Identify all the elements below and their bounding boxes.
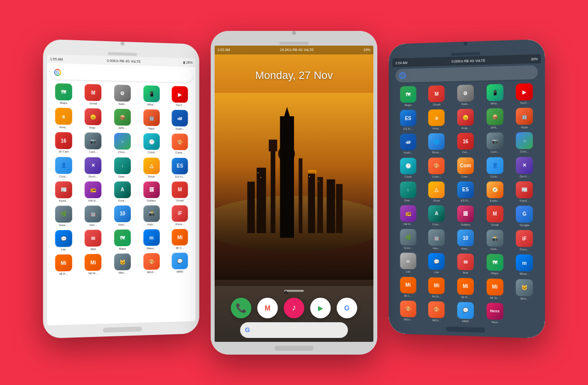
list-item[interactable]: 🕐 Clock — [394, 156, 422, 180]
list-item[interactable]: 💬 MMS — [166, 252, 194, 275]
list-item[interactable]: 😠 Angr... — [79, 107, 107, 131]
list-item[interactable]: ⚙ Setti... — [451, 83, 479, 107]
list-item[interactable]: 🖼 Gallery — [138, 180, 166, 204]
list-item[interactable]: 💬 Lite — [423, 252, 451, 276]
list-item[interactable]: ○ Chro... — [510, 131, 539, 154]
list-item[interactable]: 😠 Angr... — [451, 108, 479, 131]
list-item[interactable]: 🤖 Hex... — [79, 205, 107, 228]
list-item[interactable]: 📦 APK... — [481, 107, 509, 131]
list-item[interactable]: 🗺 Maps — [394, 85, 422, 108]
dock-google[interactable]: G — [337, 298, 357, 318]
list-item[interactable]: A Font... — [108, 180, 136, 204]
list-item[interactable]: Com Com... — [451, 156, 479, 179]
list-item[interactable]: 📻 FM R... — [79, 180, 107, 204]
list-item[interactable]: 📷 Cam... — [481, 131, 509, 155]
list-item[interactable]: Mi Mi R... — [451, 277, 479, 300]
list-item[interactable]: 📸 Hish... — [481, 229, 509, 252]
list-item[interactable]: 🧭 Explo... — [481, 180, 509, 204]
list-item[interactable]: 📰 Feed... — [510, 180, 539, 204]
dock-search-bar[interactable]: G — [240, 322, 348, 338]
list-item[interactable]: m Mess... — [510, 254, 539, 278]
list-item[interactable]: 📷 Cam... — [79, 131, 107, 155]
list-item[interactable]: 👤 Cont... — [49, 155, 78, 179]
list-item[interactable]: 🏎 Asph... — [166, 109, 194, 132]
list-item[interactable]: 🐱 Mini... — [510, 278, 539, 302]
list-item[interactable]: △ Drive — [423, 180, 451, 204]
list-item[interactable]: Mi Mi Dr... — [423, 276, 451, 300]
list-item[interactable]: 🖼 Gallery — [451, 205, 479, 228]
list-item[interactable]: 📻 FM R... — [394, 204, 422, 227]
home-button-right[interactable] — [446, 327, 485, 333]
list-item[interactable]: 📦 APK... — [108, 108, 136, 131]
list-item[interactable]: 🎨 MIUI... — [138, 252, 166, 276]
list-item[interactable]: G Google — [510, 205, 539, 228]
list-item[interactable]: 🎨 MIUI... — [423, 300, 451, 324]
list-item[interactable]: 10 Hex/... — [108, 205, 136, 228]
list-item[interactable]: ▶ YouT... — [510, 82, 539, 106]
search-bar-right[interactable]: G — [395, 65, 538, 82]
list-item[interactable]: m Mess... — [138, 228, 166, 252]
list-item[interactable]: 📰 Feed... — [49, 180, 78, 204]
list-item[interactable]: M Gmail — [423, 84, 451, 108]
list-item[interactable]: A Font... — [423, 205, 451, 228]
list-item[interactable]: 🤖 Apps — [138, 108, 166, 132]
list-item[interactable]: ⚙ Setti... — [108, 83, 136, 107]
search-bar-left[interactable]: G — [50, 65, 193, 82]
list-item[interactable]: 🗺 Maps — [49, 82, 78, 106]
list-item[interactable]: Mi Mi St... — [481, 277, 509, 301]
list-item[interactable]: a Ama... — [49, 106, 78, 130]
list-item[interactable]: ✉ Mail — [451, 253, 479, 276]
list-item[interactable]: 🐱 Mini... — [108, 253, 136, 276]
list-item[interactable]: Mi Mi St... — [79, 253, 107, 277]
list-item[interactable]: 16 16 Cain — [49, 131, 78, 154]
list-item[interactable]: 💬 Lite — [49, 229, 78, 253]
list-item[interactable]: iF iFont... — [166, 204, 194, 227]
dock-music[interactable]: ♪ — [284, 298, 304, 318]
list-item[interactable]: 🤖 Hex... — [423, 228, 451, 252]
list-item[interactable]: 🌐 Brow... — [423, 132, 451, 155]
list-item[interactable]: M Gmail — [481, 205, 509, 228]
dock-gmail[interactable]: M — [257, 298, 278, 318]
list-item[interactable]: Mi Mi C... — [394, 276, 422, 299]
list-item[interactable]: 💬 MMS — [451, 301, 479, 325]
list-item[interactable]: 📸 Hish... — [138, 205, 166, 228]
list-item[interactable]: 🗺 Maps — [481, 253, 509, 277]
list-item[interactable]: 🏎 Asph... — [394, 133, 422, 156]
list-item[interactable]: Mi Mi R... — [49, 254, 78, 278]
list-item[interactable]: 🌿 Gree... — [49, 205, 78, 228]
list-item[interactable]: ✉ Mail — [79, 229, 107, 252]
list-item[interactable]: ↓ Dow... — [108, 156, 136, 179]
list-item[interactable]: 🕐 Clock — [138, 132, 166, 155]
list-item[interactable]: Mi Mi C... — [166, 228, 194, 251]
list-item[interactable]: iF iFont... — [510, 229, 539, 253]
list-item[interactable]: M Gmail — [166, 180, 194, 204]
list-item[interactable]: 📱 Wha... — [481, 83, 509, 107]
list-item[interactable]: 16 Cal... — [451, 132, 479, 155]
list-item[interactable]: ↓ Dow... — [394, 180, 422, 204]
list-item[interactable]: 🎨 Color... — [166, 133, 194, 156]
list-item[interactable]: ✕ Don't... — [79, 156, 107, 180]
list-item[interactable]: 🎨 MIUI... — [394, 299, 422, 323]
list-item[interactable]: Ness Ness — [481, 301, 509, 325]
list-item[interactable]: ∞ Lite — [394, 252, 422, 275]
list-item[interactable]: M Gmail — [79, 83, 107, 107]
list-item[interactable]: 👤 Cont... — [481, 156, 509, 180]
dock-play[interactable]: ▶ — [310, 298, 331, 318]
home-button-center[interactable] — [274, 346, 314, 351]
list-item[interactable]: a Ama... — [423, 108, 451, 132]
list-item[interactable]: 🤖 Apps — [510, 106, 539, 130]
list-item[interactable]: ✕ Don't... — [510, 155, 539, 179]
list-item[interactable]: 🗺 Maps — [108, 229, 136, 252]
list-item[interactable]: 10 Hex/... — [451, 229, 479, 252]
list-item[interactable]: ES ES Fi... — [451, 180, 479, 204]
swipe-handle[interactable]: ^ — [284, 290, 304, 292]
dock-phone[interactable]: 📞 — [231, 298, 251, 318]
list-item[interactable]: 📱 Wha... — [138, 84, 166, 108]
list-item[interactable]: 🌿 Gree... — [394, 228, 422, 251]
list-item[interactable]: △ Drive — [138, 156, 166, 180]
list-item[interactable]: ▶ YouT... — [166, 85, 194, 108]
list-item[interactable]: ○ Chro... — [108, 132, 136, 155]
home-button-left[interactable] — [103, 327, 142, 333]
list-item[interactable]: ES ES Fi... — [166, 156, 194, 180]
list-item[interactable]: 🎨 Color... — [423, 156, 451, 180]
